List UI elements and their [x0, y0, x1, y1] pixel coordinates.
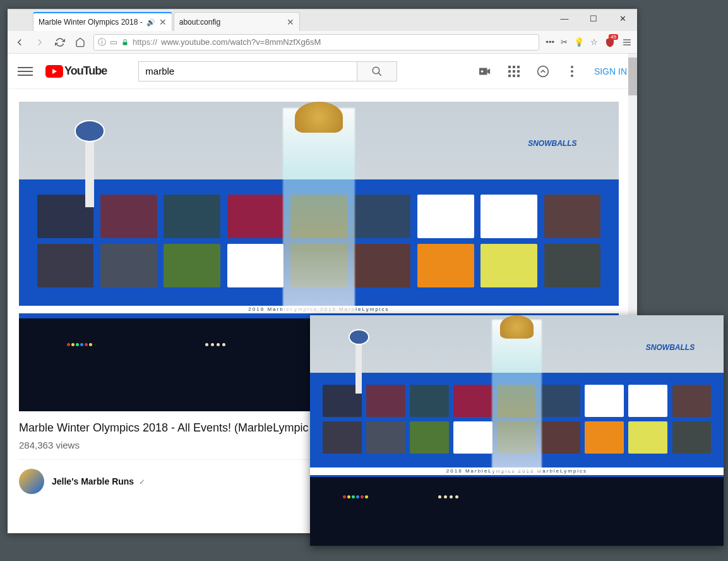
svg-point-18: [538, 66, 549, 76]
browser-toolbar: ⓘ ▭ https:// ••• ✂ 💡 ☆ 45: [8, 31, 637, 54]
create-video-icon[interactable]: [478, 64, 492, 78]
picture-in-picture-window[interactable]: 2018 MarbleLympics 2018 MarbleLympics SN…: [310, 315, 724, 546]
window-close-button[interactable]: ✕: [608, 9, 637, 27]
window-controls: — ☐ ✕: [550, 9, 637, 27]
pip-video[interactable]: 2018 MarbleLympics 2018 MarbleLympics SN…: [310, 315, 724, 546]
permissions-icon[interactable]: ▭: [110, 37, 117, 47]
youtube-logo[interactable]: YouTube: [45, 64, 107, 78]
search-button[interactable]: [357, 61, 397, 81]
window-maximize-button[interactable]: ☐: [579, 9, 608, 27]
pip-team-logo: SNOWBALLS: [646, 343, 695, 352]
settings-icon[interactable]: [565, 64, 579, 78]
reload-button[interactable]: [53, 35, 67, 49]
svg-point-19: [571, 66, 573, 68]
menu-icon[interactable]: [622, 37, 632, 47]
extension-icon[interactable]: ✂: [561, 37, 568, 47]
tips-icon[interactable]: 💡: [574, 37, 584, 47]
youtube-wordmark: YouTube: [64, 64, 107, 78]
bookmark-star-icon[interactable]: ☆: [590, 37, 598, 47]
scrollbar-thumb[interactable]: [628, 57, 637, 95]
verified-badge-icon: ✓: [139, 478, 145, 486]
url-input[interactable]: [161, 37, 535, 47]
url-protocol: https://: [133, 37, 157, 47]
channel-name[interactable]: Jelle's Marble Runs: [52, 476, 134, 486]
guide-menu-button[interactable]: [18, 64, 33, 79]
badge-count: 45: [609, 34, 618, 40]
messages-icon[interactable]: [536, 64, 550, 78]
lock-icon: [121, 39, 129, 46]
info-icon[interactable]: ⓘ: [98, 37, 106, 48]
svg-rect-14: [517, 70, 520, 73]
page-actions-icon[interactable]: •••: [546, 37, 554, 47]
back-button[interactable]: [13, 35, 27, 49]
forward-button[interactable]: [33, 35, 47, 49]
svg-point-21: [571, 75, 573, 77]
sign-in-button[interactable]: SIGN IN: [594, 66, 627, 76]
svg-rect-16: [513, 75, 515, 77]
svg-point-20: [571, 70, 573, 73]
svg-rect-0: [123, 42, 128, 45]
adblock-icon[interactable]: 45: [604, 37, 616, 48]
apps-icon[interactable]: [507, 64, 521, 78]
svg-rect-15: [508, 75, 511, 77]
svg-rect-13: [513, 70, 515, 73]
tab-youtube[interactable]: Marble Winter Olympics 2018 - 🔊 ✕: [33, 12, 172, 31]
tab-label: about:config: [179, 18, 283, 27]
search-input[interactable]: [138, 61, 357, 81]
tab-strip: Marble Winter Olympics 2018 - 🔊 ✕ about:…: [8, 9, 637, 31]
svg-rect-9: [508, 66, 511, 68]
youtube-header: YouTube SI: [8, 54, 637, 89]
svg-line-5: [379, 73, 382, 76]
youtube-play-icon: [45, 65, 63, 78]
tab-label: Marble Winter Olympics 2018 -: [39, 18, 143, 27]
svg-point-4: [373, 67, 380, 74]
audio-playing-icon[interactable]: 🔊: [146, 18, 155, 27]
search-form: [138, 61, 397, 81]
tab-close-icon[interactable]: ✕: [287, 18, 294, 27]
channel-avatar[interactable]: [19, 469, 44, 494]
svg-rect-10: [513, 66, 515, 68]
toolbar-actions: ••• ✂ 💡 ☆ 45: [546, 37, 632, 48]
tab-close-icon[interactable]: ✕: [159, 18, 167, 27]
svg-rect-12: [508, 70, 511, 73]
url-bar[interactable]: ⓘ ▭ https://: [93, 34, 539, 51]
svg-rect-11: [517, 66, 520, 68]
team-logo-text: SNOWBALLS: [528, 139, 576, 148]
tab-about-config[interactable]: about:config ✕: [174, 12, 300, 31]
window-minimize-button[interactable]: —: [550, 9, 579, 27]
svg-rect-17: [517, 75, 520, 77]
svg-rect-8: [481, 71, 484, 72]
home-button[interactable]: [73, 35, 87, 49]
header-actions: SIGN IN: [478, 64, 627, 78]
